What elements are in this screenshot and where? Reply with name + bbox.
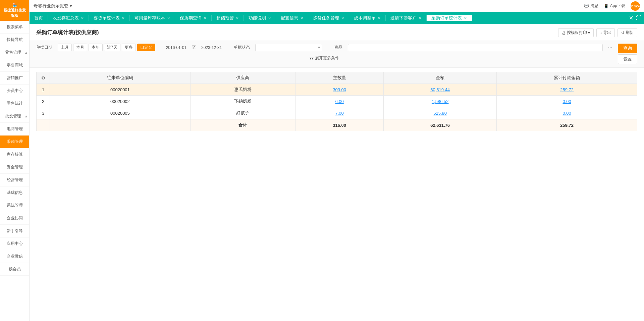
row-amount-1[interactable]: 1,586.52: [384, 96, 497, 107]
top-bar: 母婴行业演示账套 ▾ 💬 消息 📱 App下载 demo2: [30, 0, 644, 12]
nav-tab-2[interactable]: 要货单统计表✕: [89, 15, 130, 21]
nav-tab-close-2[interactable]: ✕: [122, 16, 125, 20]
nav-tab-close-3[interactable]: ✕: [167, 16, 170, 20]
row-amount-0[interactable]: 60,519.44: [384, 84, 497, 96]
this-year-btn[interactable]: 本年: [89, 44, 103, 51]
sidebar-item-7[interactable]: 批发管理▲: [0, 110, 29, 123]
message-button[interactable]: 💬 消息: [584, 3, 598, 9]
status-select[interactable]: [255, 44, 322, 51]
sidebar-item-9[interactable]: 采购管理: [0, 136, 29, 148]
sidebar-item-label-2: 零售管理: [1, 50, 24, 55]
row-paid-2[interactable]: 0.00: [497, 107, 637, 119]
query-button[interactable]: 查询: [618, 44, 637, 53]
sidebar-item-2[interactable]: 零售管理▲: [0, 46, 29, 59]
sidebar-item-11[interactable]: 资金管理: [0, 161, 29, 174]
avatar[interactable]: demo2: [631, 1, 640, 11]
row-code-2: 00020005: [50, 107, 191, 119]
sidebar-item-0[interactable]: 搜索菜单: [0, 21, 29, 34]
maximize-icon[interactable]: ⛶: [636, 15, 641, 21]
export-label: 导出: [603, 30, 611, 36]
sidebar-item-10[interactable]: 库存核算: [0, 148, 29, 161]
sidebar-item-4[interactable]: 营销推广: [0, 72, 29, 85]
nav-tab-close-8[interactable]: ✕: [341, 16, 344, 20]
sidebar-item-6[interactable]: 零售统计: [0, 97, 29, 110]
row-amount-2[interactable]: 525.80: [384, 107, 497, 119]
sidebar-item-8[interactable]: 电商管理: [0, 123, 29, 136]
nav-tab-6[interactable]: 功能说明✕: [244, 15, 276, 21]
filter-area: 单据日期 上月 本月 本年 近7天 更多 自定义 2016-01-01 至 2: [30, 40, 644, 68]
date-range-dash: 至: [192, 45, 196, 50]
custom-date-btn[interactable]: 自定义: [137, 44, 155, 51]
date-to: 2023-12-31: [201, 45, 222, 50]
nav-tab-close-1[interactable]: ✕: [81, 16, 84, 20]
goods-input[interactable]: [348, 44, 602, 51]
nav-tab-0[interactable]: 首页: [30, 15, 48, 21]
row-qty-2[interactable]: 7.00: [295, 107, 383, 119]
footer-qty: 316.00: [295, 119, 383, 131]
this-month-btn[interactable]: 本月: [73, 44, 87, 51]
message-label: 消息: [590, 3, 598, 9]
sidebar-item-17[interactable]: 应用中心: [0, 237, 29, 250]
nav-tab-close-9[interactable]: ✕: [378, 16, 381, 20]
expand-filter-button[interactable]: ▾▾ 展开更多条件: [306, 54, 343, 62]
nav-tab-1[interactable]: 收发存汇总表✕: [48, 15, 89, 21]
more-filter-icon[interactable]: ···: [608, 45, 612, 51]
sidebar-item-15[interactable]: 企业协同: [0, 212, 29, 225]
nav-tab-10[interactable]: 邀请下游客户✕: [386, 15, 427, 21]
sidebar-item-13[interactable]: 基础信息: [0, 186, 29, 199]
last-month-btn[interactable]: 上月: [58, 44, 72, 51]
sidebar-item-12[interactable]: 经营管理: [0, 174, 29, 186]
nav-tab-11[interactable]: 采购订单统计表✕: [427, 15, 472, 21]
nav-tab-3[interactable]: 可用量库存账本✕: [130, 15, 175, 21]
app-download-button[interactable]: 📱 App下载: [604, 3, 625, 9]
nav-tab-9[interactable]: 成本调整单✕: [349, 15, 386, 21]
sidebar-item-3[interactable]: 零售商城: [0, 59, 29, 72]
nav-tab-5[interactable]: 超储预警✕: [212, 15, 244, 21]
sidebar-item-18[interactable]: 企业微信: [0, 250, 29, 263]
nav-tab-label-4: 保质期查询: [180, 15, 202, 21]
nav-tab-8[interactable]: 拣货任务管理✕: [308, 15, 349, 21]
row-paid-0[interactable]: 259.72: [497, 84, 637, 96]
close-window-icon[interactable]: ✕: [629, 15, 633, 21]
col-amount: 金额: [384, 72, 497, 84]
row-qty-1[interactable]: 6.00: [295, 96, 383, 107]
col-qty: 主数量: [295, 72, 383, 84]
logo-sub: 标版: [1, 13, 28, 18]
page-content: 采购订单统计表(按供应商) 🖨 按模板打印 ▾ ↓ 导出 ↺ 刷新: [30, 24, 644, 321]
nav-tab-close-7[interactable]: ✕: [300, 16, 303, 20]
nav-tab-label-5: 超储预警: [216, 15, 234, 21]
message-icon: 💬: [584, 4, 589, 8]
nav-tab-close-11[interactable]: ✕: [464, 16, 467, 20]
nav-tab-7[interactable]: 配置信息✕: [276, 15, 308, 21]
table-row: 1 00020001 惠氏奶粉 303.00 60,519.44 259.72: [37, 84, 637, 96]
seven-days-btn[interactable]: 近7天: [104, 44, 120, 51]
footer-amount: 62,631.76: [384, 119, 497, 131]
row-paid-1[interactable]: 0.00: [497, 96, 637, 107]
table-area: ⚙ 往来单位编码 供应商 主数量 金额 累计付款金额 1 00020001 惠氏…: [30, 68, 644, 135]
row-supplier-1: 飞鹤奶粉: [190, 96, 295, 107]
nav-tabs-end: ✕ ⛶: [629, 15, 644, 21]
sidebar-item-19[interactable]: 畅会员: [0, 263, 29, 276]
nav-tab-4[interactable]: 保质期查询✕: [175, 15, 212, 21]
refresh-button[interactable]: ↺ 刷新: [618, 28, 637, 37]
settings-col-icon[interactable]: ⚙: [41, 75, 45, 81]
sidebar-item-16[interactable]: 新手引导: [0, 225, 29, 237]
sidebar-item-label-7: 批发管理: [1, 113, 24, 119]
row-qty-0[interactable]: 303.00: [295, 84, 383, 96]
sidebar-item-5[interactable]: 会员中心: [0, 85, 29, 97]
row-num-2: 3: [37, 107, 50, 119]
export-button[interactable]: ↓ 导出: [596, 28, 615, 37]
sidebar-item-14[interactable]: 系统管理: [0, 199, 29, 212]
workspace-selector[interactable]: 母婴行业演示账套 ▾: [34, 3, 72, 9]
more-btn[interactable]: 更多: [122, 44, 136, 51]
settings-button[interactable]: 设置: [618, 54, 637, 64]
page-title: 采购订单统计表(按供应商): [36, 29, 99, 36]
nav-tab-close-5[interactable]: ✕: [236, 16, 239, 20]
col-paid: 累计付款金额: [497, 72, 637, 84]
status-select-wrapper: [255, 44, 322, 51]
nav-tab-close-6[interactable]: ✕: [268, 16, 271, 20]
sidebar-item-1[interactable]: 快捷导航: [0, 34, 29, 46]
nav-tab-close-10[interactable]: ✕: [419, 16, 422, 20]
nav-tab-close-4[interactable]: ✕: [204, 16, 207, 20]
print-button[interactable]: 🖨 按模板打印 ▾: [558, 28, 594, 37]
